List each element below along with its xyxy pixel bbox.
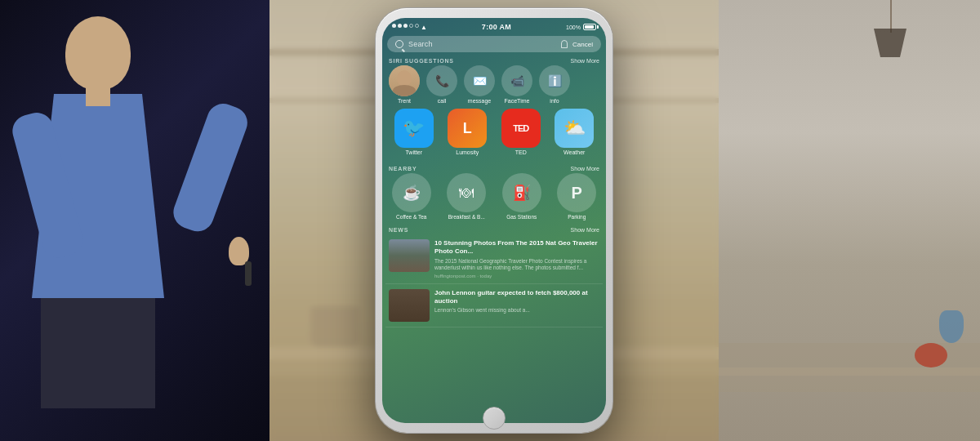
speaker-arm-right xyxy=(169,99,252,235)
contact-trent[interactable]: Trent xyxy=(389,65,420,104)
news-title-2: John Lennon guitar expected to fetch $80… xyxy=(434,289,599,306)
contact-name: Trent xyxy=(398,98,411,104)
action-facetime[interactable]: 📹 FaceTime xyxy=(501,65,532,104)
search-placeholder: Search xyxy=(408,40,556,48)
left-panel xyxy=(0,0,270,441)
signal-dot-4 xyxy=(409,24,413,28)
facetime-icon: 📹 xyxy=(501,65,532,96)
news-desc-2: Lennon's Gibson went missing about a... xyxy=(434,307,599,314)
nearby-breakfast[interactable]: 🍽 Breakfast & B... xyxy=(441,173,493,220)
siri-contact-row: Trent 📞 call ✉️ message 📹 xyxy=(385,65,603,109)
siri-label: SIRI SUGGESTIONS xyxy=(389,58,454,64)
breakfast-label: Breakfast & B... xyxy=(448,214,485,220)
news-section-header: NEWS Show More xyxy=(382,225,606,234)
news-item-1[interactable]: 10 Stunning Photos From The 2015 Nat Geo… xyxy=(385,234,603,284)
news-content-2: John Lennon guitar expected to fetch $80… xyxy=(434,289,599,322)
ted-icon: TED xyxy=(501,109,541,148)
news-thumb-inner-2 xyxy=(389,289,430,322)
action-info[interactable]: ℹ️ info xyxy=(539,65,570,104)
news-source-1: huffingtonpost.com · today xyxy=(434,274,599,278)
red-object xyxy=(915,343,947,368)
app-twitter[interactable]: 🐦 Twitter xyxy=(389,109,439,155)
speaker-figure xyxy=(0,0,270,441)
nearby-section-header: NEARBY Show More xyxy=(382,163,606,173)
iphone-screen: ▲ 7:00 AM 100% Search Cancel xyxy=(382,18,606,423)
search-icon xyxy=(395,40,403,48)
news-thumb-1 xyxy=(389,239,430,272)
info-icon: ℹ️ xyxy=(539,65,570,96)
nearby-grid: ☕ Coffee & Tea 🍽 Breakfast & B... ⛽ Gas … xyxy=(382,173,606,225)
news-section: 10 Stunning Photos From The 2015 Nat Geo… xyxy=(382,234,606,327)
status-time: 7:00 AM xyxy=(482,23,511,31)
news-thumb-2 xyxy=(389,289,430,322)
news-show-more[interactable]: Show More xyxy=(571,227,599,233)
contact-avatar xyxy=(389,65,420,96)
lamp-shade xyxy=(874,29,906,57)
blue-container xyxy=(939,310,964,343)
right-panel xyxy=(719,0,980,441)
pendant-lamp xyxy=(866,0,915,65)
breakfast-icon: 🍽 xyxy=(447,173,486,212)
weather-icon: ⛅ xyxy=(555,109,594,148)
center-panel: ▲ 7:00 AM 100% Search Cancel xyxy=(270,0,719,441)
twitter-icon: 🐦 xyxy=(394,109,434,148)
battery-fill xyxy=(585,25,594,29)
status-right: 100% xyxy=(566,24,596,30)
gas-icon: ⛽ xyxy=(502,173,541,212)
speaker-pants xyxy=(41,286,155,408)
weather-label: Weather xyxy=(564,149,585,155)
cancel-button[interactable]: Cancel xyxy=(572,41,593,48)
signal-dot-5 xyxy=(415,24,419,28)
coffee-icon: ☕ xyxy=(392,173,431,212)
lumosity-icon: L xyxy=(448,109,487,148)
microphone-icon[interactable] xyxy=(561,40,568,48)
signal-dot-1 xyxy=(392,24,396,28)
news-desc-1: The 2015 National Geographic Traveler Ph… xyxy=(434,258,599,272)
siri-section: Trent 📞 call ✉️ message 📹 xyxy=(382,65,606,163)
signal-dot-2 xyxy=(398,24,402,28)
app-weather[interactable]: ⛅ Weather xyxy=(550,109,600,155)
siri-section-header: SIRI SUGGESTIONS Show More xyxy=(382,56,606,65)
nearby-gas[interactable]: ⛽ Gas Stations xyxy=(496,173,548,220)
speaker-mic xyxy=(245,261,252,286)
call-label: call xyxy=(438,98,447,104)
nearby-parking[interactable]: P Parking xyxy=(551,173,604,220)
app-ted[interactable]: TED TED xyxy=(496,109,546,155)
news-label: NEWS xyxy=(389,227,408,233)
battery-percent: 100% xyxy=(566,24,581,30)
app-grid: 🐦 Twitter L Lumosity TED TED ⛅ xyxy=(385,109,603,160)
nearby-label: NEARBY xyxy=(389,166,416,172)
info-label: info xyxy=(550,98,559,104)
iphone-wrapper: ▲ 7:00 AM 100% Search Cancel xyxy=(376,8,612,433)
gas-label: Gas Stations xyxy=(506,214,537,220)
lamp-cord xyxy=(890,0,892,33)
signal-dots: ▲ xyxy=(392,24,427,31)
parking-icon: P xyxy=(557,173,596,212)
avatar-face xyxy=(389,65,420,96)
battery-icon xyxy=(583,24,596,30)
app-lumosity[interactable]: L Lumosity xyxy=(443,109,493,155)
ted-label: TED xyxy=(515,149,527,155)
signal-dot-3 xyxy=(403,24,408,28)
news-thumb-inner-1 xyxy=(389,239,430,272)
wifi-icon: ▲ xyxy=(421,24,427,31)
iphone-home-button[interactable] xyxy=(483,407,506,430)
nearby-show-more[interactable]: Show More xyxy=(571,166,599,172)
iphone-frame: ▲ 7:00 AM 100% Search Cancel xyxy=(376,8,612,433)
facetime-label: FaceTime xyxy=(505,98,530,104)
search-bar[interactable]: Search Cancel xyxy=(387,36,601,52)
speaker-head xyxy=(65,16,131,90)
nearby-coffee[interactable]: ☕ Coffee & Tea xyxy=(385,173,438,220)
action-call[interactable]: 📞 call xyxy=(426,65,457,104)
siri-show-more[interactable]: Show More xyxy=(571,58,599,64)
news-item-2[interactable]: John Lennon guitar expected to fetch $80… xyxy=(385,284,603,327)
action-message[interactable]: ✉️ message xyxy=(464,65,495,104)
call-icon: 📞 xyxy=(426,65,457,96)
news-content-1: 10 Stunning Photos From The 2015 Nat Geo… xyxy=(434,239,599,278)
news-title-1: 10 Stunning Photos From The 2015 Nat Geo… xyxy=(434,239,599,256)
coffee-label: Coffee & Tea xyxy=(396,214,426,220)
message-icon: ✉️ xyxy=(464,65,495,96)
status-bar: ▲ 7:00 AM 100% xyxy=(382,18,606,34)
lumosity-label: Lumosity xyxy=(456,149,479,155)
message-label: message xyxy=(468,98,491,104)
